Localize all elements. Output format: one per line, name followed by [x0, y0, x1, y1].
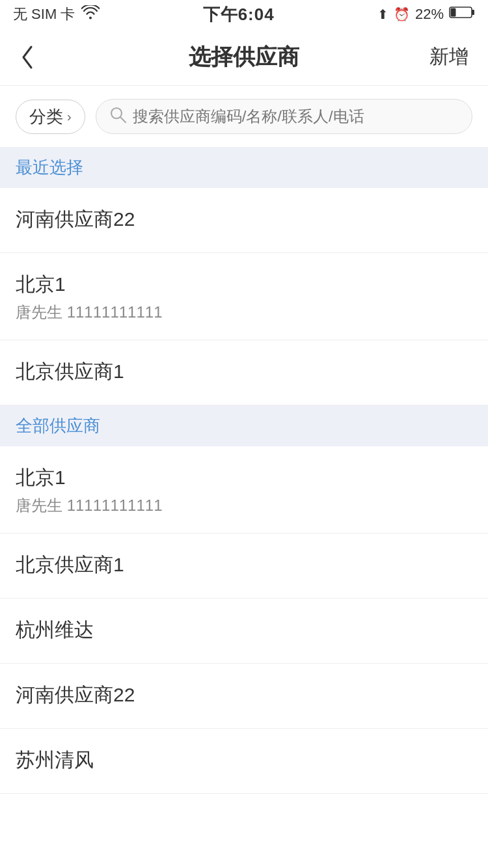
list-item[interactable]: 北京1唐先生 11111111111: [0, 446, 488, 534]
search-icon: [109, 106, 126, 127]
list-item[interactable]: 苏州清风: [0, 729, 488, 794]
battery-text: 22%: [415, 6, 444, 23]
battery-icon: [449, 6, 475, 23]
filter-row: 分类 ›: [0, 86, 488, 147]
back-button[interactable]: [20, 44, 59, 70]
add-button[interactable]: 新增: [429, 44, 468, 70]
item-name: 北京1: [16, 271, 472, 298]
list-item[interactable]: 河南供应商22: [0, 664, 488, 729]
list-item[interactable]: 杭州维达: [0, 599, 488, 664]
location-icon: ⬆: [377, 7, 388, 22]
svg-rect-2: [451, 8, 456, 17]
status-bar: 无 SIM 卡 下午6:04 ⬆ ⏰ 22%: [0, 0, 488, 29]
status-left: 无 SIM 卡: [13, 5, 100, 24]
item-name: 苏州清风: [16, 747, 472, 774]
category-label: 分类: [29, 105, 63, 128]
item-sub: 唐先生 11111111111: [16, 302, 472, 323]
svg-rect-1: [472, 10, 474, 15]
list-item[interactable]: 北京1唐先生 11111111111: [0, 253, 488, 340]
carrier-text: 无 SIM 卡: [13, 5, 75, 24]
svg-line-4: [120, 117, 126, 122]
item-name: 北京供应商1: [16, 552, 472, 578]
list-item[interactable]: 北京供应商1: [0, 534, 488, 599]
item-name: 北京供应商1: [16, 359, 472, 385]
list-item[interactable]: 河南供应商22: [0, 188, 488, 253]
recent-items-list: 河南供应商22北京1唐先生 11111111111北京供应商1: [0, 188, 488, 405]
item-name: 杭州维达: [16, 617, 472, 644]
list-item[interactable]: 北京供应商1: [0, 340, 488, 405]
item-name: 北京1: [16, 465, 472, 491]
all-section-label: 全部供应商: [16, 416, 100, 435]
category-filter-button[interactable]: 分类 ›: [16, 100, 85, 134]
all-section-header: 全部供应商: [0, 405, 488, 446]
search-box[interactable]: [96, 99, 472, 134]
status-time: 下午6:04: [203, 3, 275, 26]
page-title: 选择供应商: [189, 42, 299, 72]
item-name: 河南供应商22: [16, 206, 472, 233]
nav-bar: 选择供应商 新增: [0, 29, 488, 86]
item-sub: 唐先生 11111111111: [16, 495, 472, 516]
status-right: ⬆ ⏰ 22%: [377, 6, 475, 23]
item-name: 河南供应商22: [16, 682, 472, 709]
search-input[interactable]: [133, 107, 459, 126]
recent-section-header: 最近选择: [0, 147, 488, 188]
recent-section-label: 最近选择: [16, 157, 83, 177]
wifi-icon: [81, 5, 100, 23]
all-items-list: 北京1唐先生 11111111111北京供应商1杭州维达河南供应商22苏州清风: [0, 446, 488, 794]
alarm-icon: ⏰: [394, 7, 410, 22]
chevron-right-icon: ›: [67, 109, 72, 124]
